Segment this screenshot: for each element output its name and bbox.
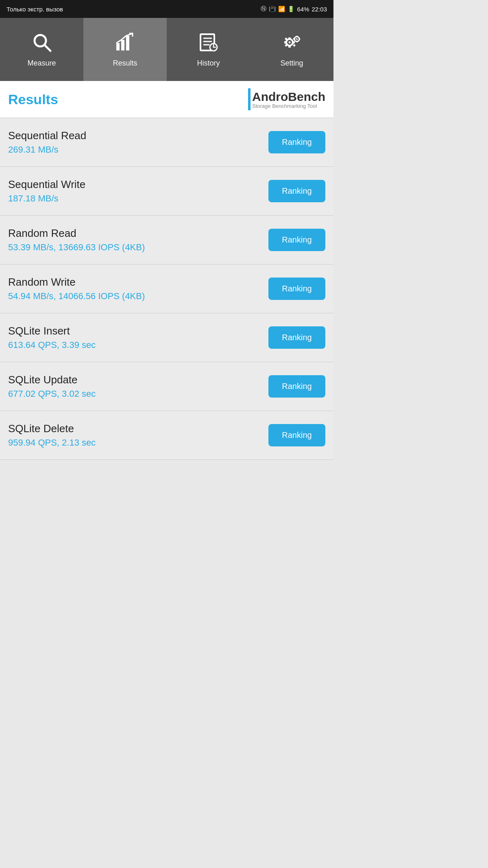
benchmark-name-sqlite-update: SQLite Update <box>8 374 96 386</box>
time-display: 22:03 <box>312 6 327 13</box>
benchmark-item-seq-read: Sequential Read 269.31 MB/s Ranking <box>0 118 333 167</box>
ranking-button-sqlite-insert[interactable]: Ranking <box>268 326 325 349</box>
svg-point-13 <box>288 41 290 43</box>
benchmark-name-rand-write: Random Write <box>8 276 145 289</box>
svg-rect-2 <box>116 43 120 50</box>
svg-rect-4 <box>126 36 129 50</box>
benchmark-value-seq-write: 187.18 MB/s <box>8 193 85 204</box>
benchmark-name-sqlite-insert: SQLite Insert <box>8 325 96 337</box>
brand-name-part1: Andro <box>252 90 288 103</box>
battery-charging-icon: 🔋 <box>288 6 294 12</box>
benchmark-name-sqlite-delete: SQLite Delete <box>8 422 96 435</box>
tab-setting-label: Setting <box>280 59 303 68</box>
benchmark-value-seq-read: 269.31 MB/s <box>8 144 86 155</box>
benchmark-value-sqlite-insert: 613.64 QPS, 3.39 sec <box>8 340 96 350</box>
brand-name-part2: Bench <box>288 90 325 103</box>
ranking-button-sqlite-delete[interactable]: Ranking <box>268 424 325 446</box>
benchmark-item-sqlite-delete: SQLite Delete 959.94 QPS, 2.13 sec Ranki… <box>0 411 333 460</box>
wifi-icon: 📶 <box>278 6 285 12</box>
svg-line-1 <box>44 45 50 51</box>
benchmark-name-rand-read: Random Read <box>8 227 145 240</box>
results-header: Results AndroBench Storage Benchmarking … <box>0 81 333 118</box>
brand-text: AndroBench Storage Benchmarking Tool <box>252 90 325 109</box>
vibrate-icon: 📳 <box>269 6 276 12</box>
benchmark-item-sqlite-update: SQLite Update 677.02 QPS, 3.02 sec Ranki… <box>0 362 333 411</box>
benchmark-item-rand-read: Random Read 53.39 MB/s, 13669.63 IOPS (4… <box>0 216 333 265</box>
benchmark-info-rand-write: Random Write 54.94 MB/s, 14066.56 IOPS (… <box>8 276 145 302</box>
benchmark-item-rand-write: Random Write 54.94 MB/s, 14066.56 IOPS (… <box>0 265 333 313</box>
tab-results-label: Results <box>113 59 137 68</box>
tab-history[interactable]: History <box>167 18 250 81</box>
benchmark-info-seq-write: Sequential Write 187.18 MB/s <box>8 178 85 204</box>
nav-tabs: Measure Results Histor <box>0 18 333 81</box>
benchmark-info-rand-read: Random Read 53.39 MB/s, 13669.63 IOPS (4… <box>8 227 145 253</box>
brand-bar <box>248 88 251 110</box>
svg-point-23 <box>296 38 298 40</box>
status-carrier: Только экстр. вызов <box>7 6 63 13</box>
search-icon <box>31 32 52 56</box>
benchmark-name-seq-write: Sequential Write <box>8 178 85 191</box>
ranking-button-rand-write[interactable]: Ranking <box>268 278 325 300</box>
svg-rect-15 <box>288 46 291 48</box>
svg-rect-16 <box>284 41 286 44</box>
svg-rect-17 <box>293 41 295 44</box>
results-icon <box>115 32 136 56</box>
tab-measure-label: Measure <box>27 59 56 68</box>
ranking-button-seq-write[interactable]: Ranking <box>268 180 325 202</box>
benchmark-info-sqlite-delete: SQLite Delete 959.94 QPS, 2.13 sec <box>8 422 96 448</box>
svg-rect-24 <box>296 36 298 37</box>
tab-measure[interactable]: Measure <box>0 18 83 81</box>
nfc-icon: Ⓝ <box>261 5 266 13</box>
benchmark-item-seq-write: Sequential Write 187.18 MB/s Ranking <box>0 167 333 216</box>
battery-percent: 64% <box>297 6 309 13</box>
tab-setting[interactable]: Setting <box>250 18 333 81</box>
tab-history-label: History <box>197 59 220 68</box>
tab-results[interactable]: Results <box>83 18 167 81</box>
benchmark-info-sqlite-insert: SQLite Insert 613.64 QPS, 3.39 sec <box>8 325 96 350</box>
ranking-button-seq-read[interactable]: Ranking <box>268 131 325 153</box>
svg-rect-21 <box>292 44 295 46</box>
brand-logo: AndroBench Storage Benchmarking Tool <box>248 88 325 110</box>
benchmark-name-seq-read: Sequential Read <box>8 129 86 142</box>
svg-rect-25 <box>296 41 298 42</box>
benchmark-value-sqlite-update: 677.02 QPS, 3.02 sec <box>8 389 96 399</box>
benchmark-info-seq-read: Sequential Read 269.31 MB/s <box>8 129 86 155</box>
history-icon <box>198 32 219 56</box>
svg-rect-27 <box>298 38 300 40</box>
ranking-button-sqlite-update[interactable]: Ranking <box>268 375 325 398</box>
svg-rect-3 <box>121 40 124 50</box>
benchmark-value-rand-read: 53.39 MB/s, 13669.63 IOPS (4KB) <box>8 242 145 253</box>
benchmark-value-sqlite-delete: 959.94 QPS, 2.13 sec <box>8 437 96 448</box>
benchmark-value-rand-write: 54.94 MB/s, 14066.56 IOPS (4KB) <box>8 291 145 302</box>
page-title: Results <box>8 92 58 107</box>
benchmark-item-sqlite-insert: SQLite Insert 613.64 QPS, 3.39 sec Ranki… <box>0 313 333 362</box>
svg-rect-26 <box>294 38 295 40</box>
benchmark-list: Sequential Read 269.31 MB/s Ranking Sequ… <box>0 118 333 460</box>
brand-subtitle: Storage Benchmarking Tool <box>252 103 317 109</box>
status-bar: Только экстр. вызов Ⓝ 📳 📶 🔋 64% 22:03 <box>0 0 333 18</box>
brand-name: AndroBench <box>252 90 325 104</box>
settings-icon <box>281 32 303 56</box>
benchmark-info-sqlite-update: SQLite Update 677.02 QPS, 3.02 sec <box>8 374 96 399</box>
svg-rect-14 <box>288 37 291 39</box>
status-icons: Ⓝ 📳 📶 🔋 64% 22:03 <box>261 5 327 13</box>
ranking-button-rand-read[interactable]: Ranking <box>268 229 325 251</box>
